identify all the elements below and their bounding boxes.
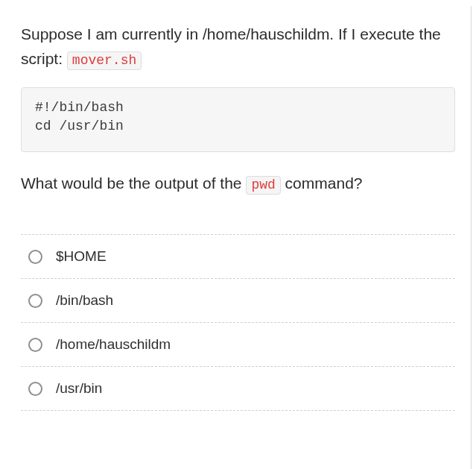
radio-icon[interactable] xyxy=(28,250,42,264)
option-row[interactable]: $HOME xyxy=(21,234,455,278)
option-label: /usr/bin xyxy=(56,380,102,397)
options-list: $HOME /bin/bash /home/hauschildm /usr/bi… xyxy=(21,234,455,411)
prompt-part2a: What would be the output of the xyxy=(21,174,246,192)
script-name-code: mover.sh xyxy=(67,51,142,70)
code-block: #!/bin/bash cd /usr/bin xyxy=(21,87,455,152)
option-row[interactable]: /home/hauschildm xyxy=(21,322,455,366)
option-label: /home/hauschildm xyxy=(56,336,171,353)
question-prompt-2: What would be the output of the pwd comm… xyxy=(21,171,455,195)
question-prompt-1: Suppose I am currently in /home/hauschil… xyxy=(21,22,455,71)
inline-command-code: pwd xyxy=(246,176,280,195)
right-border xyxy=(471,6,472,469)
option-label: /bin/bash xyxy=(56,292,113,309)
prompt-part2b: command? xyxy=(281,174,363,192)
option-row[interactable]: /usr/bin xyxy=(21,366,455,411)
option-row[interactable]: /bin/bash xyxy=(21,278,455,322)
radio-icon[interactable] xyxy=(28,338,42,352)
option-label: $HOME xyxy=(56,248,107,265)
radio-icon[interactable] xyxy=(28,294,42,308)
radio-icon[interactable] xyxy=(28,382,42,396)
